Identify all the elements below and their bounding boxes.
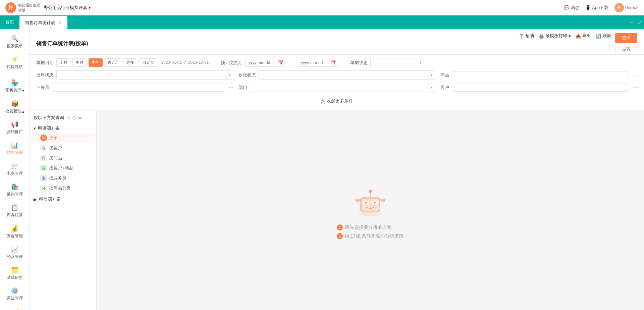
- by-customer-icon: 客: [40, 145, 47, 151]
- help-label: 帮助: [525, 33, 534, 39]
- sidebar-item-inventory[interactable]: 📋 库存核算: [0, 201, 29, 221]
- print-icon: 🖨️: [539, 34, 544, 39]
- user-profile[interactable]: E demo2: [614, 3, 639, 12]
- sidebar-item-marketing[interactable]: 📢 营销推广: [0, 117, 29, 138]
- sidebar-item-purchase[interactable]: 🛍️ 采购管理: [0, 180, 29, 201]
- tab-maximize-btn[interactable]: ⤢: [637, 19, 641, 25]
- print-chevron: ▾: [569, 34, 571, 39]
- retail-arrow: ▾: [22, 88, 24, 93]
- sidebar-item-system[interactable]: ⚙️ 系统管理: [0, 284, 29, 305]
- sidebar-operations-label: 经营管理: [7, 254, 23, 260]
- customer-more-btn[interactable]: ···: [633, 85, 637, 91]
- settings-button[interactable]: 设置: [615, 45, 637, 54]
- salesperson-input[interactable]: [52, 84, 224, 92]
- salesperson-label: 业务员: [36, 85, 49, 91]
- tip-text-1: 请先选择要分析的方案: [345, 224, 392, 230]
- expected-date-label: 预计交货期: [221, 60, 243, 66]
- app-download-btn[interactable]: 📱 App下载: [585, 5, 608, 11]
- filter-row-3: 业务员 ··· 部门 ▾ 客户 ···: [36, 83, 637, 92]
- collapse-btn[interactable]: ⋀ 收起更多条件: [36, 95, 637, 107]
- print-btn[interactable]: 🖨️ 按模板打印 ▾: [539, 33, 571, 39]
- shipment-status-group: 出库状态 ▾: [36, 70, 233, 80]
- tree-pc-header[interactable]: ▾ 电脑端方案: [31, 123, 95, 133]
- purchase-icon: 🛍️: [11, 183, 18, 191]
- custom-date-btn[interactable]: 自定义: [139, 58, 157, 67]
- tree-item-by-goods-cat[interactable]: 分 按商品分类: [31, 183, 95, 193]
- sidebar-item-ecommerce[interactable]: 🛒 电商管理: [0, 159, 29, 180]
- last7-btn[interactable]: 近7天: [105, 58, 121, 67]
- query-button[interactable]: 查询: [615, 33, 637, 43]
- goods-more-btn[interactable]: ···: [633, 72, 637, 78]
- tree-item-by-customer[interactable]: 客 按客户: [31, 143, 95, 153]
- sidebar-base-label: 基础信息: [7, 275, 23, 280]
- goods-input[interactable]: [452, 71, 629, 79]
- action-btns-col: 查询 设置: [615, 33, 637, 54]
- sidebar-item-operations[interactable]: 📈 经营管理: [0, 242, 29, 263]
- tree-item-by-goods[interactable]: 商 按商品: [31, 153, 95, 163]
- help-icon: ❓: [519, 34, 524, 39]
- messages-btn[interactable]: 💬 消息: [564, 5, 579, 11]
- sidebar-item-finance[interactable]: 💰 资金管理: [0, 221, 29, 242]
- edit-scheme-btn[interactable]: ⊙: [72, 115, 76, 121]
- sidebar-item-quicknav[interactable]: ⚡ 快捷导航: [0, 52, 29, 73]
- print-label: 按模板打印: [545, 33, 567, 39]
- department-wrapper: ▾: [250, 83, 435, 92]
- sidebar-item-enterprise[interactable]: 🤝 企业协同: [0, 305, 29, 310]
- tab-home[interactable]: 首页: [0, 15, 19, 29]
- shipment-status-select[interactable]: [56, 70, 233, 80]
- by-goods-label: 按商品: [49, 155, 62, 161]
- tree-mobile-header[interactable]: ▶ 移动端方案: [31, 195, 95, 204]
- add-scheme-btn[interactable]: ＋: [66, 115, 71, 121]
- salesperson-more-btn[interactable]: ···: [228, 85, 233, 91]
- operations-icon: 📈: [11, 246, 18, 253]
- mobile-icon: 📱: [585, 5, 591, 10]
- this-year-btn[interactable]: 本年: [89, 58, 103, 67]
- receipt-status-select[interactable]: [259, 70, 435, 80]
- refresh-btn[interactable]: 🔄 刷新: [596, 33, 611, 39]
- tab-minimize-btn[interactable]: －: [629, 19, 634, 26]
- sidebar-item-retail[interactable]: 🏪 零售管理 ▾: [0, 76, 29, 97]
- left-panel-tools: ＋ ⊙ ≪: [66, 115, 83, 121]
- date-filter-label: 单据日期: [36, 60, 54, 66]
- by-customer-label: 按客户: [49, 145, 62, 151]
- sidebar-wholesale-label: 批发管理 ▴: [5, 108, 24, 114]
- app-download-label: App下载: [592, 5, 608, 11]
- department-select[interactable]: [250, 83, 435, 92]
- this-month-btn[interactable]: 本月: [72, 58, 87, 67]
- svg-point-0: [359, 212, 382, 216]
- by-order-icon: 按: [40, 135, 47, 141]
- expected-date-start-wrapper: 📅: [245, 59, 285, 67]
- system-icon: ⚙️: [11, 287, 18, 295]
- tree-expand-icon: ▾: [34, 126, 36, 131]
- tree-item-by-salesperson[interactable]: 业 按业务员: [31, 173, 95, 183]
- svg-point-8: [369, 190, 372, 193]
- doc-status-select[interactable]: [370, 58, 424, 67]
- collapse-panel-btn[interactable]: ≪: [77, 115, 83, 121]
- quicknav-icon: ⚡: [11, 56, 18, 63]
- sidebar-item-base[interactable]: 🗂️ 基础信息: [0, 263, 29, 284]
- tab-sales-stats[interactable]: 销售订单统计表 ✕: [19, 16, 67, 30]
- help-btn[interactable]: ❓ 帮助: [519, 33, 534, 39]
- tip-text-2: 用[过滤]条件来缩小分析范围: [345, 233, 404, 239]
- page-header: 销售订单统计表(按单) ❓ 帮助 🖨️ 按模板打印 ▾ 📤 导出: [30, 29, 644, 55]
- tab-home-label: 首页: [5, 19, 14, 25]
- left-panel-header: 按以下方案查询 ＋ ⊙ ≪: [30, 113, 96, 122]
- receipt-status-group: 收款状态 ▾: [238, 70, 435, 80]
- prev-month-btn[interactable]: 上月: [56, 58, 70, 67]
- more-date-btn[interactable]: 更多: [123, 58, 137, 67]
- message-icon: 💬: [564, 5, 569, 10]
- date-range-text: 2023-01-01 至 2023-12-31: [161, 60, 209, 65]
- sidebar-purchase-label: 采购管理: [7, 192, 23, 197]
- panel-tree: ▾ 电脑端方案 按 按单 客 按客户 商 按商: [30, 123, 96, 204]
- sales-icon: 📊: [11, 142, 18, 149]
- customer-input[interactable]: [452, 84, 629, 92]
- tree-item-by-cust-goods[interactable]: 客 按客户+商品: [31, 163, 95, 173]
- export-icon: 📤: [576, 34, 581, 39]
- tree-item-by-order[interactable]: 按 按单: [31, 133, 95, 143]
- sidebar-item-wholesale[interactable]: 📦 批发管理 ▴: [0, 97, 29, 117]
- tab-close-btn[interactable]: ✕: [59, 20, 62, 25]
- sidebar-item-search[interactable]: 🔍 搜索菜单: [0, 32, 29, 52]
- sidebar-retail-label: 零售管理 ▾: [5, 88, 24, 93]
- export-btn[interactable]: 📤 导出: [576, 33, 591, 39]
- sidebar-item-sales[interactable]: 📊 销售管理: [0, 138, 29, 159]
